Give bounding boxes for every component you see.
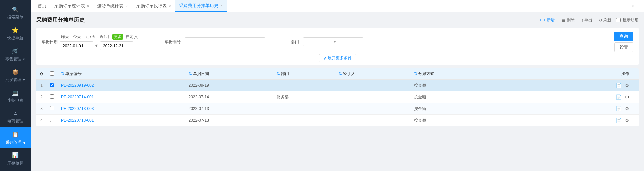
dept-select[interactable]: ▼ xyxy=(303,37,363,46)
close-all-tabs-icon[interactable]: × xyxy=(631,3,634,9)
tab-purchase-order-exec[interactable]: 采购订单执行表 × xyxy=(132,0,175,12)
maximize-icon[interactable]: ⛶ xyxy=(637,3,641,9)
setting-button[interactable]: 设置 xyxy=(614,42,633,52)
date-label: 单据日期 xyxy=(42,39,58,45)
dept-column-header: ⇅ 部门 xyxy=(273,68,335,80)
date-input-row: 至 xyxy=(60,41,139,50)
row-checkbox[interactable] xyxy=(50,118,54,122)
delete-button[interactable]: 🗑 删除 xyxy=(559,16,577,24)
close-tab-goods-in-stats[interactable]: × xyxy=(125,4,127,8)
dept-field: 部门 ▼ xyxy=(291,37,363,46)
toolbar: + + 新增 🗑 删除 ↑ 导出 ↺ 刷新 显示明细 xyxy=(537,16,639,24)
action-icons: 📄 ⚙ xyxy=(615,82,635,89)
add-icon: + xyxy=(539,18,542,23)
ecommerce-icon: 🖥 xyxy=(1,110,30,117)
sidebar-item-wholesale[interactable]: 📦 批发管理 ▼ xyxy=(0,65,31,86)
date-separator: 至 xyxy=(95,43,99,49)
row-checkbox[interactable] xyxy=(50,106,54,110)
row-checkbox-cell xyxy=(47,103,58,115)
row-doc-date: 2022-09-19 xyxy=(185,80,273,91)
page-header: 采购费用分摊单历史 + + 新增 🗑 删除 ↑ 导出 ↺ 刷新 xyxy=(36,16,639,24)
date-to-input[interactable] xyxy=(100,41,133,50)
doc-no-link[interactable]: PE-20220713-001 xyxy=(61,118,94,123)
doc-no-label: 单据编号 xyxy=(165,39,181,45)
quick-nav-icon: ⭐ xyxy=(1,27,30,34)
sidebar-item-ecommerce-small[interactable]: 💻 小畅电商 xyxy=(0,86,31,107)
expand-conditions-button[interactable]: ∨ 展开更多条件 xyxy=(319,54,356,62)
row-handler xyxy=(335,115,411,126)
sidebar-item-search[interactable]: 🔍 搜索菜单 xyxy=(0,3,31,23)
row-handler xyxy=(335,80,411,91)
doc-no-input[interactable] xyxy=(185,37,265,46)
gear-column-header[interactable]: ⚙ xyxy=(36,68,47,80)
tabs-bar: 首页 采购订单统计表 × 进货单统计表 × 采购订单执行表 × 采购费用分摊单历… xyxy=(31,0,644,12)
page-title: 采购费用分摊单历史 xyxy=(36,17,85,24)
retail-icon: 🛒 xyxy=(1,48,30,55)
more-action-icon[interactable]: ⚙ xyxy=(624,117,630,124)
date-1month[interactable]: 近1月 xyxy=(98,34,111,40)
doc-date-column-header: ⇅ 单据日期 xyxy=(185,68,273,80)
row-action-cell: 📄 ⚙ xyxy=(612,103,639,115)
tab-purchase-order-stats[interactable]: 采购订单统计表 × xyxy=(50,0,93,12)
gear-settings-icon: ⚙ xyxy=(40,72,43,76)
sort-icon-handler: ⇅ xyxy=(339,71,342,76)
view-action-icon[interactable]: 📄 xyxy=(615,82,622,89)
show-cols-input[interactable] xyxy=(616,18,621,22)
row-index: 1 xyxy=(36,80,47,91)
row-checkbox[interactable] xyxy=(50,83,54,87)
doc-no-link[interactable]: PE-20220713-003 xyxy=(61,106,94,111)
doc-no-link[interactable]: PE-20220714-001 xyxy=(61,95,94,99)
date-today[interactable]: 今天 xyxy=(72,34,83,40)
close-tab-purchase-expense-history[interactable]: × xyxy=(220,4,222,8)
refresh-icon: ↺ xyxy=(599,18,602,23)
row-dept xyxy=(273,115,335,126)
delete-icon: 🗑 xyxy=(561,18,566,23)
row-checkbox-cell xyxy=(47,115,58,126)
view-action-icon[interactable]: 📄 xyxy=(615,94,622,100)
main-table: ⚙ ⇅ 单据编号 ⇅ 单据日期 xyxy=(36,68,639,126)
date-yesterday[interactable]: 昨天 xyxy=(60,34,70,40)
row-doc-date: 2022-07-14 xyxy=(185,91,273,103)
date-more[interactable]: 更多 xyxy=(112,34,123,40)
search-row: 单据日期 昨天 今天 近7天 近1月 更多 自定义 至 xyxy=(42,32,633,52)
add-button[interactable]: + + 新增 xyxy=(537,16,557,24)
tab-home[interactable]: 首页 xyxy=(34,0,50,12)
action-icons: 📄 ⚙ xyxy=(615,105,635,112)
sidebar-item-retail[interactable]: 🛒 零售管理 ▼ xyxy=(0,44,31,65)
select-all-checkbox[interactable] xyxy=(50,71,54,76)
view-action-icon[interactable]: 📄 xyxy=(615,117,622,124)
doc-no-link[interactable]: PE-20220919-002 xyxy=(61,83,94,88)
sidebar-item-finance[interactable]: 💰 资金管理 xyxy=(0,169,31,171)
sidebar-item-ecommerce[interactable]: 🖥 电商管理 xyxy=(0,107,31,127)
row-split-method: 按金额 xyxy=(411,115,612,126)
row-index: 4 xyxy=(36,115,47,126)
search-button[interactable]: 查询 xyxy=(614,32,633,41)
table-row: 2 PE-20220714-001 2022-07-14 财务部 按金额 📄 ⚙ xyxy=(36,91,639,103)
row-handler xyxy=(335,103,411,115)
sidebar-item-inventory[interactable]: 📊 库存核算 xyxy=(0,148,31,169)
view-action-icon[interactable]: 📄 xyxy=(615,105,622,112)
row-checkbox[interactable] xyxy=(50,94,54,99)
content-area: 采购费用分摊单历史 + + 新增 🗑 删除 ↑ 导出 ↺ 刷新 xyxy=(31,12,644,171)
date-from-input[interactable] xyxy=(60,41,93,50)
wholesale-icon: 📦 xyxy=(1,69,30,76)
date-custom[interactable]: 自定义 xyxy=(124,34,139,40)
search-icon: 🔍 xyxy=(1,6,30,13)
handler-column-header: ⇅ 经手人 xyxy=(335,68,411,80)
close-tab-purchase-order-exec[interactable]: × xyxy=(169,4,171,8)
tab-goods-in-stats[interactable]: 进货单统计表 × xyxy=(93,0,132,12)
ecommerce-small-icon: 💻 xyxy=(1,89,30,97)
show-cols-checkbox[interactable]: 显示明细 xyxy=(616,17,639,23)
more-action-icon[interactable]: ⚙ xyxy=(624,82,630,89)
more-action-icon[interactable]: ⚙ xyxy=(624,105,630,112)
refresh-button[interactable]: ↺ 刷新 xyxy=(597,16,613,24)
close-tab-purchase-order-stats[interactable]: × xyxy=(87,4,89,8)
sidebar-item-purchase[interactable]: 📋 采购管理 ◀ xyxy=(0,127,31,148)
row-dept xyxy=(273,80,335,91)
tab-purchase-expense-history[interactable]: 采购费用分摊单历史 × xyxy=(175,0,227,12)
sidebar-item-quick[interactable]: ⭐ 快捷导航 xyxy=(0,23,31,44)
more-action-icon[interactable]: ⚙ xyxy=(624,94,630,100)
export-button[interactable]: ↑ 导出 xyxy=(579,16,594,24)
checkbox-column-header[interactable] xyxy=(47,68,58,80)
date-7days[interactable]: 近7天 xyxy=(84,34,97,40)
